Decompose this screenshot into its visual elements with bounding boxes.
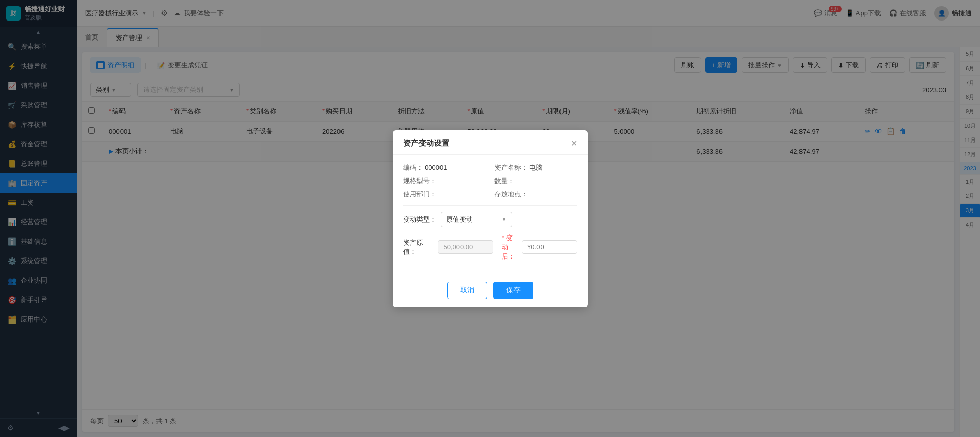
- spec-label: 规格型号：: [403, 177, 436, 185]
- change-type-row: 变动类型： 原值变动 ▼: [403, 212, 577, 227]
- location-label: 存放地点：: [494, 190, 528, 198]
- asset-name-value: 电脑: [529, 164, 543, 171]
- change-type-dropdown-icon: ▼: [502, 216, 507, 222]
- modal-body: 编码： 000001 资产名称： 电脑 规格型号： 数量： 使用部门：: [393, 155, 588, 275]
- after-value-input[interactable]: [522, 240, 577, 254]
- code-label: 编码：: [403, 164, 423, 171]
- save-label: 保存: [506, 286, 521, 294]
- modal-spec: 规格型号：: [403, 176, 486, 186]
- cancel-label: 取消: [460, 286, 474, 294]
- modal-dept: 使用部门：: [403, 190, 486, 199]
- code-value: 000001: [425, 164, 447, 171]
- original-value-label: 资产原值：: [403, 238, 434, 256]
- modal-location: 存放地点：: [494, 190, 577, 199]
- save-button[interactable]: 保存: [493, 282, 533, 299]
- modal-info-grid: 编码： 000001 资产名称： 电脑 规格型号： 数量： 使用部门：: [403, 163, 577, 199]
- modal-title: 资产变动设置: [403, 138, 449, 148]
- change-type-select[interactable]: 原值变动 ▼: [441, 212, 512, 227]
- original-value-row: 资产原值： * 变动后：: [403, 233, 577, 261]
- change-type-label: 变动类型：: [403, 215, 436, 224]
- original-value-input: [438, 240, 493, 254]
- change-type-value: 原值变动: [446, 215, 473, 224]
- modal-close-button[interactable]: ✕: [571, 138, 577, 148]
- asset-name-label: 资产名称：: [494, 164, 528, 171]
- modal-qty: 数量：: [494, 176, 577, 186]
- modal-overlay: 资产变动设置 ✕ 编码： 000001 资产名称： 电脑 规格型号： 数量：: [0, 0, 980, 437]
- modal-asset-name: 资产名称： 电脑: [494, 163, 577, 172]
- after-label: * 变动后：: [502, 233, 517, 261]
- modal-code: 编码： 000001: [403, 163, 486, 172]
- modal-footer: 取消 保存: [393, 275, 588, 307]
- qty-label: 数量：: [494, 177, 514, 185]
- dept-label: 使用部门：: [403, 190, 436, 198]
- asset-change-modal: 资产变动设置 ✕ 编码： 000001 资产名称： 电脑 规格型号： 数量：: [393, 130, 588, 307]
- modal-divider: [403, 205, 577, 206]
- modal-header: 资产变动设置 ✕: [393, 130, 588, 155]
- cancel-button[interactable]: 取消: [447, 282, 487, 299]
